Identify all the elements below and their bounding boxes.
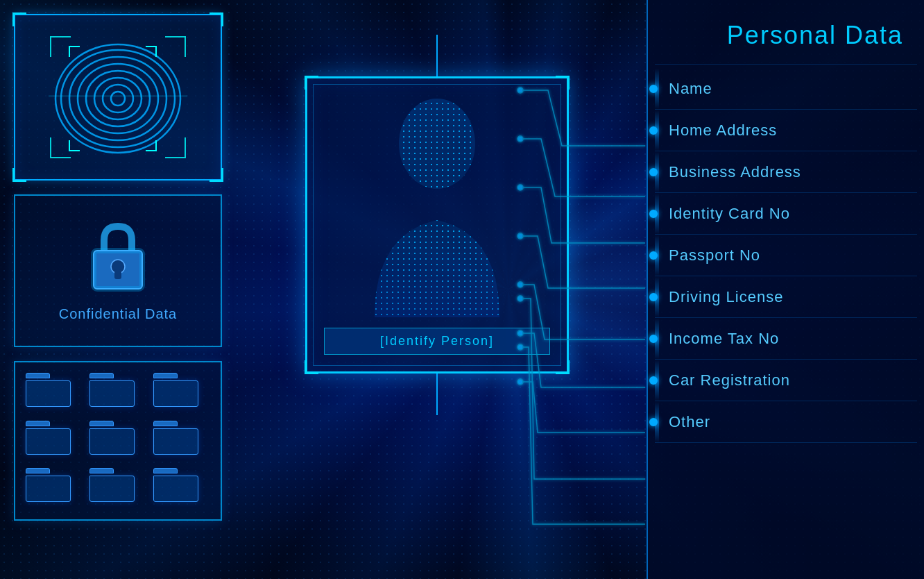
folder-icon bbox=[153, 421, 210, 462]
connection-dot bbox=[649, 293, 658, 301]
data-field-home-address: Home Address bbox=[655, 110, 917, 151]
field-label-name: Name bbox=[669, 80, 712, 98]
data-field-driving-license: Driving License bbox=[655, 276, 917, 318]
folder-body bbox=[89, 428, 135, 455]
connection-dot bbox=[649, 376, 658, 385]
left-panel: Confidential Data bbox=[14, 14, 250, 565]
folder-tab bbox=[26, 421, 50, 426]
folder-icon bbox=[89, 421, 146, 462]
connection-dot bbox=[649, 251, 658, 260]
connection-dot bbox=[649, 210, 658, 218]
field-label-driving-license: Driving License bbox=[669, 288, 783, 306]
confidential-panel: Confidential Data bbox=[14, 194, 222, 347]
folder-tab bbox=[89, 421, 114, 426]
svg-point-4 bbox=[78, 64, 158, 133]
folders-panel bbox=[14, 361, 222, 521]
top-connection-line bbox=[436, 35, 438, 76]
fingerprint-panel bbox=[14, 14, 222, 181]
field-label-income-tax-no: Income Tax No bbox=[669, 330, 779, 348]
person-dots-overlay bbox=[340, 95, 534, 317]
field-label-other: Other bbox=[669, 413, 710, 431]
folder-icon bbox=[26, 373, 83, 414]
folder-tab bbox=[89, 373, 114, 378]
corner-decoration bbox=[12, 12, 26, 26]
folder-body bbox=[153, 476, 198, 502]
folder-tab bbox=[26, 373, 50, 378]
folder-icon bbox=[89, 468, 146, 509]
folder-body bbox=[153, 380, 198, 407]
connection-dot bbox=[649, 85, 658, 93]
folder-icon bbox=[89, 373, 146, 414]
connection-dot bbox=[649, 418, 658, 426]
folder-body bbox=[26, 476, 71, 502]
data-field-business-address: Business Address bbox=[655, 151, 917, 193]
id-card-inner: [Identify Person] bbox=[313, 84, 561, 366]
folder-tab bbox=[153, 468, 178, 473]
data-field-car-registration: Car Registration bbox=[655, 360, 917, 401]
svg-point-6 bbox=[61, 50, 175, 147]
scan-bracket-bl bbox=[50, 137, 71, 158]
person-silhouette bbox=[340, 95, 534, 317]
svg-point-5 bbox=[69, 57, 166, 140]
folder-body bbox=[153, 428, 198, 455]
folder-tab bbox=[153, 373, 178, 378]
folder-body bbox=[26, 428, 71, 455]
data-field-other: Other bbox=[655, 401, 917, 443]
field-label-passport-no: Passport No bbox=[669, 246, 760, 265]
id-card-corner-br bbox=[556, 360, 570, 374]
right-panel: Personal Data Name Home Address Business… bbox=[647, 0, 924, 579]
svg-point-1 bbox=[103, 85, 133, 112]
page-title: Personal Data bbox=[655, 10, 917, 65]
folder-icon bbox=[153, 468, 210, 509]
folder-body bbox=[89, 476, 135, 502]
svg-point-0 bbox=[111, 92, 125, 106]
center-section: [Identify Person] bbox=[264, 35, 610, 415]
id-card-corner-tl bbox=[305, 76, 318, 90]
id-label: [Identify Person] bbox=[324, 328, 550, 355]
scan-bracket-tl bbox=[50, 36, 71, 57]
field-label-identity-card-no: Identity Card No bbox=[669, 205, 790, 223]
connection-dot bbox=[649, 168, 658, 176]
scan-bracket-tr bbox=[165, 36, 186, 57]
folder-body bbox=[26, 380, 71, 407]
connection-dot bbox=[649, 126, 658, 135]
bottom-connection-line bbox=[436, 374, 438, 415]
folder-icon bbox=[153, 373, 210, 414]
svg-point-2 bbox=[94, 78, 142, 119]
scan-bracket-br bbox=[165, 137, 186, 158]
svg-rect-8 bbox=[49, 95, 187, 97]
field-label-home-address: Home Address bbox=[669, 121, 777, 140]
corner-decoration bbox=[12, 168, 26, 182]
field-label-business-address: Business Address bbox=[669, 163, 801, 181]
svg-point-3 bbox=[86, 71, 150, 126]
corner-decoration bbox=[209, 12, 223, 26]
lock-icon bbox=[83, 219, 153, 296]
svg-rect-11 bbox=[114, 269, 121, 279]
id-card-corner-tr bbox=[556, 76, 570, 90]
id-card: [Identify Person] bbox=[305, 76, 569, 374]
data-field-identity-card-no: Identity Card No bbox=[655, 193, 917, 235]
folder-tab bbox=[89, 468, 114, 473]
folder-icon bbox=[26, 468, 83, 509]
folder-tab bbox=[26, 468, 50, 473]
corner-decoration bbox=[209, 168, 223, 182]
folder-body bbox=[89, 380, 135, 407]
field-label-car-registration: Car Registration bbox=[669, 371, 790, 389]
id-card-corner-bl bbox=[305, 360, 318, 374]
svg-point-7 bbox=[55, 44, 180, 153]
confidential-label: Confidential Data bbox=[59, 306, 177, 322]
data-field-name: Name bbox=[655, 68, 917, 110]
folder-icon bbox=[26, 421, 83, 462]
connection-dot bbox=[649, 335, 658, 343]
data-field-income-tax-no: Income Tax No bbox=[655, 318, 917, 360]
data-field-passport-no: Passport No bbox=[655, 235, 917, 276]
folder-tab bbox=[153, 421, 178, 426]
